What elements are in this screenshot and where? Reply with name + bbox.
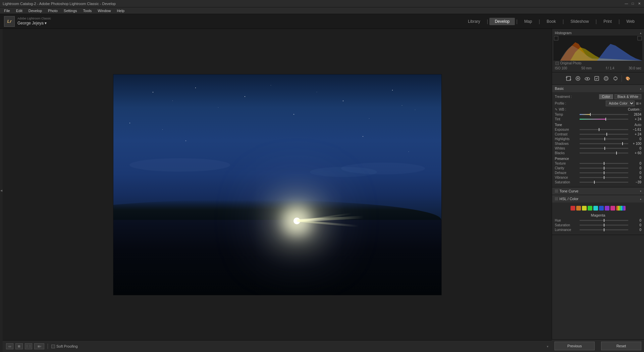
nav-tabs: Library | Develop | Map | Book | Slidesh… [463,18,640,25]
menu-photo[interactable]: Photo [45,8,60,13]
shadows-label: Shadows [555,142,578,145]
compare-button[interactable]: ⊞ [15,343,23,349]
targeted-icon [613,76,618,81]
hsl-saturation-slider[interactable] [580,225,628,226]
tone-curve-collapse-icon: ▾ [640,190,641,193]
red-eye-tool[interactable] [583,74,591,82]
tab-develop[interactable]: Develop [489,18,515,25]
hills [113,200,441,220]
exposure-label: Exposure [555,128,578,131]
whites-value: 0 [630,146,641,150]
view-mode-button[interactable]: ▭ [6,343,13,349]
blacks-value: + 60 [630,151,641,155]
menu-edit[interactable]: Edit [13,8,25,13]
swatch-aqua[interactable] [593,206,598,211]
swatch-yellow[interactable] [582,206,587,211]
blacks-slider[interactable] [580,153,628,154]
tab-slideshow[interactable]: Slideshow [565,18,594,25]
clarity-slider[interactable] [580,168,628,169]
dehaze-slider[interactable] [580,172,628,173]
swatch-magenta[interactable] [610,206,615,211]
crop-tool[interactable] [565,74,573,82]
tone-curve-header[interactable]: Tone Curve ▾ [552,187,644,195]
vibrance-label: Vibrance [555,176,578,179]
radial-filter-tool[interactable] [602,74,610,82]
tab-library[interactable]: Library [463,18,486,25]
hsl-swatches [555,204,641,212]
exposure-value: −1.61 [630,128,641,131]
original-photo-checkbox[interactable] [555,62,559,65]
profile-list-icon[interactable]: ≡ [639,102,641,105]
tab-map[interactable]: Map [519,18,537,25]
color-picker-tool[interactable]: 🎨 [624,74,632,82]
eyedropper-icon[interactable]: ✎ [555,108,557,111]
blacks-row: Blacks + 60 [555,151,641,155]
tab-book[interactable]: Book [541,18,561,25]
profile-select[interactable]: Adobe Color [606,101,635,106]
basic-panel: Basic ▴ Treatment : Color Black & White … [552,85,644,187]
contrast-slider[interactable] [580,134,628,135]
saturation-value: −39 [630,180,641,184]
treatment-color-btn[interactable]: Color [599,94,613,99]
reset-button[interactable]: Reset [601,342,641,350]
tab-web[interactable]: Web [621,18,640,25]
profile-grid-icon[interactable]: ⊞ [636,102,639,105]
soft-proofing-label: Soft Proofing [56,344,78,348]
menu-develop[interactable]: Develop [26,8,45,13]
tab-print[interactable]: Print [598,18,617,25]
bottom-action-buttons: Previous Reset [552,339,644,352]
tint-slider[interactable] [580,119,628,120]
minimize-button[interactable]: — [624,1,629,6]
window-controls[interactable]: — □ ✕ [624,1,641,6]
menu-help[interactable]: Help [114,8,127,13]
vibrance-value: 0 [630,176,641,179]
tone-curve-title: Tone Curve [559,189,578,193]
soft-proofing-checkbox[interactable] [51,345,55,348]
highlights-slider[interactable] [580,138,628,139]
basic-panel-header[interactable]: Basic ▴ [552,85,644,92]
masking-tool[interactable] [593,74,601,82]
luminance-slider[interactable] [580,229,628,230]
catalog-name[interactable]: George Jejeya ▾ [17,21,51,26]
treatment-bw-btn[interactable]: Black & White [614,94,641,99]
menu-file[interactable]: File [1,8,13,13]
temp-row: Temp 2634 [555,113,641,116]
swatch-blue[interactable] [599,206,604,211]
menu-window[interactable]: Window [95,8,113,13]
left-panel-toggle[interactable]: ◀ [0,29,3,352]
swatch-all[interactable] [616,206,626,211]
close-button[interactable]: ✕ [637,1,641,6]
texture-slider[interactable] [580,163,628,164]
profile-label: Profile : [555,102,566,105]
targeted-adj-tool[interactable] [611,74,620,82]
swatch-orange[interactable] [576,206,581,211]
hue-slider[interactable] [580,220,628,221]
texture-value: 0 [630,162,641,165]
clarity-row: Clarity 0 [555,166,641,170]
spot-removal-tool[interactable] [574,74,582,82]
treatment-buttons: Color Black & White [599,94,641,99]
saturation-slider[interactable] [580,182,628,183]
auto-button[interactable]: Auto [634,123,641,127]
swatch-purple[interactable] [605,206,609,211]
tools-separator [622,75,622,82]
previous-button[interactable]: Previous [554,342,595,350]
menu-tools[interactable]: Tools [80,8,95,13]
maximize-button[interactable]: □ [631,1,635,6]
menu-settings[interactable]: Settings [61,8,80,13]
shadows-slider[interactable] [580,143,628,144]
grid-button[interactable]: ⋮⋮ [25,343,32,349]
whites-slider[interactable] [580,148,628,149]
exposure-slider[interactable] [580,129,628,130]
top-bar: Lr Adobe Lightroom Classic George Jejeya… [0,14,644,29]
contrast-value: + 24 [630,132,641,136]
zoom-button[interactable]: ⊞▿ [34,343,44,349]
vibrance-slider[interactable] [580,177,628,178]
histogram-collapse-icon[interactable]: ▴ [640,32,641,35]
hsl-panel-header[interactable]: HSL / Color ▴ [552,195,644,202]
histogram-header: Histogram ▴ [553,30,643,36]
temp-slider[interactable] [580,114,628,115]
swatch-green[interactable] [588,206,592,211]
contrast-label: Contrast [555,132,578,136]
swatch-red[interactable] [571,206,575,211]
